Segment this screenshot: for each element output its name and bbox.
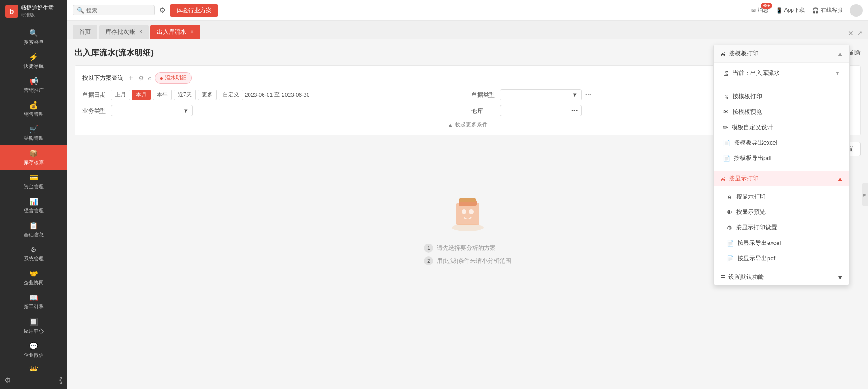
dropdown-current-label: 当前：出入库流水 [733, 69, 780, 77]
filter-biz-select[interactable]: ▼ [111, 105, 193, 116]
date-separator: 至 [274, 91, 280, 99]
topbar-search[interactable]: 🔍 [73, 5, 155, 15]
user-avatar[interactable] [850, 4, 863, 17]
sidebar-item-finance[interactable]: 💳 资金管理 [0, 170, 67, 194]
sidebar-item-basic[interactable]: 📋 基础信息 [0, 218, 67, 242]
topbar-gear-icon[interactable]: ⚙ [159, 6, 165, 15]
current-template-icon: 🖨 [723, 70, 729, 77]
dropdown-current-item[interactable]: 🖨 当前：出入库流水 ▼ [714, 65, 849, 81]
enterprise-icon: 🤝 [29, 269, 38, 278]
empty-steps: 1 请先选择要分析的方案 2 用[过滤]条件来缩小分析范围 [424, 244, 511, 265]
tab-batch-close[interactable]: × [139, 29, 142, 35]
flow-tag[interactable]: ● 流水明细 [155, 72, 192, 84]
print-display-item[interactable]: 🖨 按显示打印 [714, 189, 849, 204]
preview-display-item[interactable]: 👁 按显示预览 [714, 204, 849, 220]
date-btn-more[interactable]: 更多 [198, 90, 217, 100]
app-download-button[interactable]: 📱 App下载 [776, 6, 805, 14]
sidebar-bottom: ⚙ ⟪ [0, 371, 67, 389]
topbar-right: ✉ 消息 99+ 📱 App下载 🎧 在线客服 [751, 4, 863, 17]
search-input[interactable] [86, 7, 150, 14]
sidebar-item-apps[interactable]: 🔲 应用中心 [0, 314, 67, 338]
preview-display-icon: 👁 [727, 209, 733, 216]
tab-home[interactable]: 首页 [73, 25, 97, 39]
sidebar-item-search[interactable]: 🔍 搜索菜单 [0, 25, 67, 49]
filter-date-label: 单据日期 [82, 91, 107, 99]
export-pdf-display-label: 按显示导出pdf [738, 254, 775, 263]
message-icon: ✉ [751, 7, 756, 14]
online-service-button[interactable]: 🎧 在线客服 [812, 6, 843, 14]
sidebar-item-purchase[interactable]: 🛒 采购管理 [0, 121, 67, 145]
export-excel-template-item[interactable]: 📄 按模板导出excel [714, 135, 849, 150]
dropdown-footer[interactable]: ☰ 设置默认功能 ▼ [714, 269, 849, 285]
sidebar-item-operation[interactable]: 📊 经营管理 [0, 194, 67, 218]
topbar: 🔍 ⚙ 体验行业方案 ✉ 消息 99+ 📱 App下载 🎧 在线客服 [67, 0, 868, 21]
print-settings-display-item[interactable]: ⚙ 按显示打印设置 [714, 220, 849, 235]
basic-label: 基础信息 [24, 231, 44, 238]
inventory-label: 库存核算 [24, 159, 44, 166]
step-2-label: 用[过滤]条件来缩小分析范围 [437, 257, 511, 265]
filter-type-label: 单据类型 [471, 91, 496, 99]
sidebar-item-system[interactable]: ⚙ 系统管理 [0, 242, 67, 266]
tab-batch[interactable]: 库存批次账 × [99, 25, 149, 39]
filter-title: 按以下方案查询 [82, 74, 124, 82]
finance-icon: 💳 [29, 173, 38, 182]
export-pdf-display-item[interactable]: 📄 按显示导出pdf [714, 251, 849, 266]
filter-collapse-icon[interactable]: « [148, 75, 151, 82]
operation-icon: 📊 [29, 197, 38, 206]
tab-flow[interactable]: 出入库流水 × [150, 25, 200, 39]
filter-add-icon[interactable]: ＋ [127, 73, 135, 83]
export-pdf-template-item[interactable]: 📄 按模板导出pdf [714, 150, 849, 166]
right-handle-icon: ▶ [863, 192, 867, 197]
sidebar-item-member[interactable]: 👑 畅会员 [0, 362, 67, 371]
sidebar-item-quick-nav[interactable]: ⚡ 快捷导航 [0, 49, 67, 73]
tab-close-all-icon[interactable]: ✕ [848, 30, 853, 37]
sidebar-item-wechat[interactable]: 💬 企业微信 [0, 338, 67, 362]
custom-template-item-label: 模板自定义设计 [732, 123, 773, 131]
date-btn-last-month[interactable]: 上月 [111, 90, 130, 100]
apps-label: 应用中心 [24, 328, 44, 334]
filter-type-more-icon[interactable]: ••• [585, 91, 592, 98]
filter-type-arrow: ▼ [572, 91, 578, 98]
tab-expand-icon[interactable]: ⤢ [857, 30, 863, 37]
filter-warehouse-select[interactable]: ••• [500, 105, 582, 116]
collapse-up-icon: ▲ [448, 122, 453, 128]
custom-template-item[interactable]: ✏ 模板自定义设计 [714, 120, 849, 135]
date-btn-this-month[interactable]: 本月 [132, 90, 151, 100]
sidebar-item-sales[interactable]: 💰 销售管理 [0, 97, 67, 121]
date-to: 2023-06-30 [282, 92, 309, 98]
print-template-item[interactable]: 🖨 按模板打印 [714, 89, 849, 104]
export-pdf-template-label: 按模板导出pdf [734, 154, 772, 162]
filter-settings-icon[interactable]: ⚙ [138, 75, 144, 82]
trial-button[interactable]: 体验行业方案 [170, 4, 218, 17]
display-section-header[interactable]: 🖨 按显示打印 ▲ [714, 171, 849, 186]
export-excel-display-icon: 📄 [727, 240, 734, 247]
tab-flow-close[interactable]: × [190, 29, 194, 35]
print-settings-display-label: 按显示打印设置 [736, 224, 777, 232]
sidebar-item-enterprise[interactable]: 🤝 企业协同 [0, 266, 67, 290]
refresh-label: 刷新 [849, 49, 861, 57]
print-header-icon: 🖨 [720, 50, 726, 57]
message-button[interactable]: ✉ 消息 99+ [751, 6, 768, 14]
message-badge: 99+ [761, 3, 772, 9]
sidebar-collapse-icon[interactable]: ⟪ [59, 376, 63, 384]
step-1-num: 1 [424, 244, 433, 253]
preview-template-item[interactable]: 👁 按模板预览 [714, 104, 849, 120]
filter-warehouse-arrow: ••• [571, 107, 578, 114]
date-btn-this-year[interactable]: 本年 [153, 90, 172, 100]
filter-biz-label: 业务类型 [82, 107, 107, 115]
app-name: 畅捷通好生意 [21, 5, 54, 12]
sidebar-settings-icon[interactable]: ⚙ [5, 376, 11, 384]
sidebar-item-guide[interactable]: 📖 新手引导 [0, 290, 67, 314]
svg-rect-1 [456, 203, 479, 225]
dropdown-collapse-arrow[interactable]: ▲ [837, 50, 843, 57]
right-handle[interactable]: ▶ [862, 183, 868, 206]
date-btn-custom[interactable]: 自定义 [219, 90, 243, 100]
sidebar-nav: 🔍 搜索菜单 ⚡ 快捷导航 📢 营销推广 💰 销售管理 🛒 采购管理 📦 库存核… [0, 23, 67, 371]
export-pdf-display-icon: 📄 [727, 255, 734, 262]
sidebar-item-inventory[interactable]: 📦 库存核算 [0, 145, 67, 170]
date-btn-7days[interactable]: 近7天 [174, 90, 196, 100]
empty-step-2: 2 用[过滤]条件来缩小分析范围 [424, 256, 511, 265]
filter-type-select[interactable]: ▼ [500, 89, 582, 100]
sidebar-item-marketing[interactable]: 📢 营销推广 [0, 73, 67, 97]
export-excel-display-item[interactable]: 📄 按显示导出excel [714, 235, 849, 251]
